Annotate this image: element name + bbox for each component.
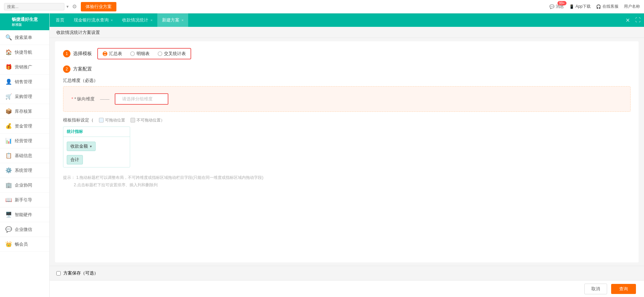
tab-close-window-icon[interactable]: ✕ [624,16,632,25]
metrics-tag-row: 收款金额 ▾ [63,140,130,153]
radio-detail[interactable]: 明细表 [130,51,150,57]
radio-cross[interactable]: 交叉统计表 [158,51,186,57]
dimension-area: * * 纵向维度 —— 请选择分组维度 [63,86,631,112]
sidebar-item-operations[interactable]: 📊 经营管理 [0,134,49,148]
sidebar-item-finance[interactable]: 💰 资金管理 [0,119,49,134]
tips-title: 提示： [63,175,75,180]
message-btn[interactable]: 💬 消息 99+ [549,4,564,9]
user-name: 用户名称 [624,4,640,9]
sidebar-item-guide[interactable]: 📖 新手引导 [0,193,49,207]
sidebar-item-basic-info[interactable]: 📋 基础信息 [0,148,49,163]
metrics-tag-collection[interactable]: 收款金额 ▾ [67,142,96,151]
guide-icon: 📖 [5,197,12,203]
tab-cash-bank[interactable]: 现金银行流水查询 × [69,13,117,27]
sidebar-item-label: 企业协同 [15,182,32,188]
sidebar-item-search-menu[interactable]: 🔍 搜索菜单 [0,30,49,45]
sidebar-item-quick-nav[interactable]: 🏠 快捷导航 [0,45,49,60]
sidebar-item-member[interactable]: 👑 畅会员 [0,237,49,252]
hardware-icon: 🖥️ [5,211,12,218]
tab-cash-bank-label: 现金银行流水查询 [74,17,109,23]
tips-line1: 提示： 1.拖动标题栏可以调整布局，不可跨维度或指标区域拖动栏目字段(只能在同一… [63,174,631,182]
step1-badge: 1 [63,50,70,57]
metrics-tag-label: 收款金额 [70,143,88,149]
dim-title-row: 汇总维度（必选） [63,78,631,84]
search-menu-icon: 🔍 [5,34,12,41]
sidebar-item-marketing[interactable]: 🎁 营销推广 [0,60,49,75]
top-header: ▾ ⚙ 体验行业方案 💬 消息 99+ 📱 App下载 🎧 在线客服 用户名称 [0,0,644,13]
sidebar-item-enterprise[interactable]: 🏢 企业协同 [0,178,49,193]
step2-badge: 2 [63,65,70,73]
message-badge: 99+ [557,1,567,5]
vertical-dim-row: * * 纵向维度 —— 请选择分组维度 [71,93,622,105]
tab-bar: 首页 现金银行流水查询 × 收款情况统计 × 新建方案 × ✕ ⛶ [50,13,644,27]
metrics-tag-arrow-icon: ▾ [90,144,92,149]
tab-maximize-icon[interactable]: ⛶ [633,16,643,24]
sidebar-item-inventory[interactable]: 📦 库存核算 [0,104,49,119]
download-btn[interactable]: 📱 App下载 [569,4,591,9]
dim-arrow: —— [100,96,109,102]
metrics-section: 模板指标设定（ 可拖动位置 不可拖动位置） [63,117,631,167]
sidebar-item-label: 营销推广 [15,64,32,70]
inventory-icon: 📦 [5,108,12,114]
sidebar-item-hardware[interactable]: 🖥️ 智能硬件 [0,207,49,222]
gear-icon[interactable]: ⚙ [72,3,77,10]
wechat-icon: 💬 [5,226,12,233]
radio-summary-circle [103,51,107,56]
download-label: App下载 [576,4,591,9]
tab-home[interactable]: 首页 [51,13,69,27]
sidebar-item-label: 采购管理 [15,94,32,100]
draggable-label: 可拖动位置 [105,117,125,123]
search-input[interactable] [4,3,64,10]
drag-indicator-box [99,118,104,122]
dim-select-placeholder: 请选择分组维度 [122,96,153,101]
radio-cross-label: 交叉统计表 [164,51,186,57]
user-info[interactable]: 用户名称 [624,4,640,9]
tab-cash-bank-close[interactable]: × [111,18,113,22]
trial-btn[interactable]: 体验行业方案 [81,2,116,11]
tab-collection-stat[interactable]: 收款情况统计 × [117,13,157,27]
sidebar-item-purchase[interactable]: 🛒 采购管理 [0,89,49,104]
radio-summary[interactable]: 汇总表 [103,51,122,57]
metrics-total-row: 合计 [63,153,130,167]
sidebar-item-label: 企业微信 [15,227,32,233]
metrics-group-label: 统计指标 [67,129,83,134]
dim-title: 汇总维度（必选） [63,78,98,83]
sidebar-item-wechat[interactable]: 💬 企业微信 [0,222,49,237]
tab-collection-stat-close[interactable]: × [150,18,152,22]
sidebar-item-label: 库存核算 [15,108,32,114]
tips-section: 提示： 1.拖动标题栏可以调整布局，不可跨维度或指标区域拖动栏目字段(只能在同一… [63,174,631,189]
query-button[interactable]: 查询 [611,284,636,294]
page-title: 收款情况统计方案设置 [56,30,100,35]
sidebar-item-label: 基础信息 [15,153,32,159]
dropdown-arrow-icon[interactable]: ▾ [66,4,69,9]
sidebar-item-label: 经营管理 [15,138,32,144]
sidebar-item-system[interactable]: ⚙️ 系统管理 [0,163,49,178]
sidebar-item-label: 搜索菜单 [15,35,32,41]
vertical-dim-text: * 纵向维度 [74,96,95,101]
save-option-checkbox[interactable] [56,271,61,276]
metrics-header: 模板指标设定（ 可拖动位置 不可拖动位置） [63,117,631,123]
service-btn[interactable]: 🎧 在线客服 [596,4,619,9]
save-option-label: 方案保存（可选） [63,270,98,276]
logo-text: 畅捷通好生意 [12,16,38,22]
tab-collection-stat-label: 收款情况统计 [122,17,148,23]
radio-detail-label: 明细表 [137,51,150,57]
step2-label: 方案配置 [73,66,92,72]
no-drag-indicator: 不可拖动位置） [130,117,165,123]
service-label: 在线客服 [602,4,619,9]
sidebar-item-sales[interactable]: 👤 销售管理 [0,75,49,89]
radio-cross-circle [158,51,162,56]
dim-select[interactable]: 请选择分组维度 [115,93,168,105]
tab-home-label: 首页 [56,17,64,23]
sidebar-item-label: 快捷导航 [15,49,32,55]
cancel-button[interactable]: 取消 [584,284,607,294]
header-search-area: ▾ ⚙ 体验行业方案 [4,2,549,11]
tab-new-plan[interactable]: 新建方案 × [157,13,188,27]
main-area: 首页 现金银行流水查询 × 收款情况统计 × 新建方案 × ✕ ⛶ 收款情况统计… [50,13,644,297]
step1-section: 1 选择模板 汇总表 明细表 [63,48,631,59]
sidebar-item-label: 智能硬件 [15,212,32,218]
quick-nav-icon: 🏠 [5,49,12,55]
tab-new-plan-close[interactable]: × [181,18,183,22]
message-icon: 💬 [549,4,554,9]
tips-text1: 1.拖动标题栏可以调整布局，不可跨维度或指标区域拖动栏目字段(只能在同一维度或指… [76,175,263,180]
